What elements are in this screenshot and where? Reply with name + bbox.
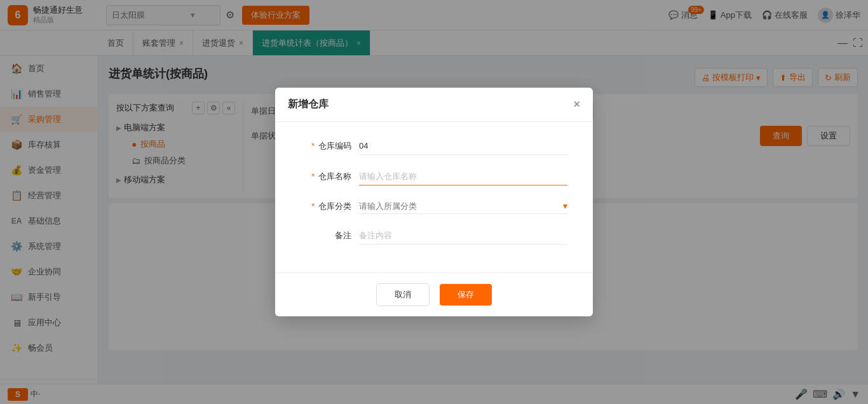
form-row-name: 仓库名称: [301, 168, 567, 185]
form-input-remark[interactable]: [359, 227, 567, 245]
modal-close-icon[interactable]: ×: [573, 98, 580, 111]
modal-title: 新增仓库: [288, 98, 329, 111]
modal-overlay: 新增仓库 × 仓库编码 仓库名称 仓库分类: [0, 0, 868, 404]
form-row-remark: 备注: [301, 227, 567, 245]
form-label-remark: 备注: [301, 230, 351, 241]
save-button[interactable]: 保存: [440, 284, 492, 306]
form-category-input[interactable]: [359, 201, 563, 211]
modal-body: 仓库编码 仓库名称 仓库分类 ▾: [275, 122, 593, 273]
form-row-category: 仓库分类 ▾: [301, 198, 567, 214]
form-category-dropdown-icon[interactable]: ▾: [563, 201, 567, 211]
form-category-select-wrapper[interactable]: ▾: [359, 198, 567, 214]
form-input-code[interactable]: [359, 137, 567, 155]
form-label-code: 仓库编码: [301, 140, 351, 152]
form-row-code: 仓库编码: [301, 137, 567, 155]
form-label-name: 仓库名称: [301, 171, 351, 182]
form-label-category: 仓库分类: [301, 201, 351, 212]
form-input-name[interactable]: [359, 168, 567, 185]
modal-footer: 取消 保存: [275, 273, 593, 316]
cancel-button[interactable]: 取消: [376, 283, 430, 306]
add-warehouse-modal: 新增仓库 × 仓库编码 仓库名称 仓库分类: [275, 88, 593, 316]
modal-header: 新增仓库 ×: [275, 88, 593, 122]
